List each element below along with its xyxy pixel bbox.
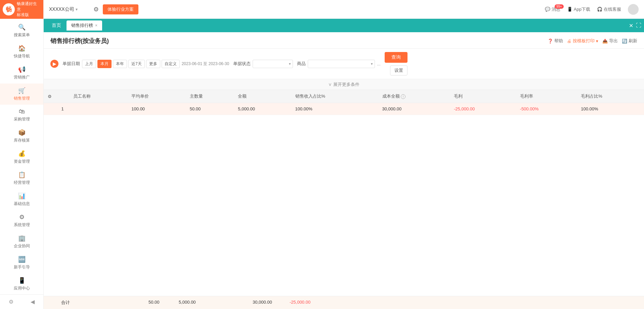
- sidebar-item-appcenter[interactable]: 📱 应用中心: [0, 273, 43, 294]
- sidebar-item-finance[interactable]: 💰 资金管理: [0, 147, 43, 168]
- refresh-button[interactable]: 🔄 刷新: [622, 38, 637, 44]
- sidebar-nav: 🔍 搜索菜单 🏠 快捷导航 📢 营销推广 🛒 销售管理 🛍 采购管理 📦 库存核…: [0, 19, 43, 294]
- trial-button[interactable]: 体验行业方案: [103, 4, 138, 14]
- app-download-button[interactable]: 📱 App下载: [567, 6, 590, 12]
- settings-button[interactable]: 设置: [390, 65, 407, 75]
- export-button[interactable]: 📤 导出: [602, 38, 618, 44]
- tab-sales-ranking[interactable]: 销售排行榜 ×: [67, 20, 102, 31]
- row-name: [69, 103, 127, 115]
- col-avg-price: 平均单价: [127, 90, 185, 103]
- search-icon: 🔍: [18, 23, 26, 31]
- right-action-group: 查询 设置: [385, 52, 407, 75]
- row-gross-rate: -500.00%: [516, 103, 577, 115]
- summary-qty: 50.00: [148, 300, 179, 306]
- online-service-button[interactable]: 🎧 在线客服: [597, 6, 621, 12]
- expand-more-bar: ∨ 展开更多条件: [44, 79, 644, 90]
- summary-label: 合计: [48, 300, 115, 306]
- enterprise-icon: 🏢: [18, 235, 26, 242]
- date-btn-7days[interactable]: 近7天: [128, 60, 145, 68]
- sidebar-item-system[interactable]: ⚙ 系统管理: [0, 210, 43, 231]
- date-btn-this-year[interactable]: 本年: [113, 60, 127, 68]
- message-icon: 💬: [545, 7, 550, 12]
- print-dropdown-icon: ▾: [596, 39, 598, 44]
- page-actions: ❓ 帮助 🖨 按模板打印 ▾ 📤 导出 🔄 刷新: [548, 38, 637, 44]
- expand-more-button[interactable]: ∨ 展开更多条件: [328, 82, 359, 87]
- status-select[interactable]: [253, 60, 293, 68]
- date-btn-custom[interactable]: 自定义: [162, 60, 180, 68]
- print-button[interactable]: 🖨 按模板打印 ▾: [567, 38, 598, 44]
- date-btn-this-month[interactable]: 本月: [97, 60, 112, 68]
- tab-close-icon[interactable]: ×: [95, 23, 97, 28]
- inventory-icon: 📦: [18, 129, 26, 136]
- topbar-right: 💬 消息 99+ 📱 App下载 🎧 在线客服: [545, 4, 639, 15]
- query-button[interactable]: 查询: [385, 52, 407, 63]
- help-button[interactable]: ❓ 帮助: [548, 38, 563, 44]
- col-gross-rate: 毛利率: [516, 90, 577, 103]
- filter-date-group: 单据日期 上月 本月 本年 近7天 更多 自定义 2023-06-01 至 20…: [62, 60, 229, 68]
- main-content: XXXXX公司 ▾ ⚙ 体验行业方案 💬 消息 99+ 📱 App下载 🎧 在线…: [44, 0, 644, 309]
- data-table: ⚙ 员工名称 平均单价 主数量 全额 销售收入占比% 成本全额 i 毛利 毛利率…: [44, 90, 644, 115]
- sidebar-item-marketing[interactable]: 📢 营销推广: [0, 62, 43, 84]
- collapse-icon[interactable]: ◀: [31, 299, 35, 305]
- summary-cost: 30,000.00: [253, 300, 290, 306]
- window-max-icon[interactable]: ⛶: [636, 22, 641, 29]
- company-selector[interactable]: XXXXX公司 ▾: [49, 6, 89, 12]
- date-buttons: 上月 本月 本年 近7天 更多 自定义: [82, 60, 180, 68]
- page-title-row: 销售排行榜(按业务员) ❓ 帮助 🖨 按模板打印 ▾ 📤 导出 🔄 刷新: [50, 37, 637, 45]
- purchase-icon: 🛍: [19, 108, 25, 115]
- col-name: 员工名称: [69, 90, 127, 103]
- filter-bar: ▶ 单据日期 上月 本月 本年 近7天 更多 自定义 2023-06-01 至 …: [44, 49, 644, 79]
- appcenter-icon: 📱: [18, 277, 26, 284]
- date-filter-label: 单据日期: [62, 61, 80, 67]
- table-header-row: ⚙ 员工名称 平均单价 主数量 全额 销售收入占比% 成本全额 i 毛利 毛利率…: [44, 90, 644, 103]
- sidebar-item-enterprise[interactable]: 🏢 企业协同: [0, 231, 43, 252]
- col-gross-pct: 毛利占比%: [577, 90, 644, 103]
- tab-home[interactable]: 首页: [46, 20, 67, 31]
- sidebar: 畅 畅康通好生意 标准版 🔍 搜索菜单 🏠 快捷导航 📢 营销推广 🛒 销售管理…: [0, 0, 44, 309]
- row-rank: 1: [56, 103, 69, 115]
- sidebar-item-operations[interactable]: 📋 经营管理: [0, 168, 43, 189]
- sidebar-item-newguide[interactable]: 🆕 新手引导: [0, 252, 43, 273]
- sidebar-item-basic[interactable]: 📊 基础信息: [0, 189, 43, 210]
- filter-goods-group: 商品 ...: [297, 60, 381, 68]
- sidebar-item-search[interactable]: 🔍 搜索菜单: [0, 20, 43, 41]
- cost-info-icon[interactable]: i: [401, 94, 405, 99]
- sales-icon: 🛒: [18, 87, 26, 94]
- table-row: 1 100.00 50.00 5,000.00 100.00% 30,000.0…: [44, 103, 644, 115]
- goods-select[interactable]: [308, 60, 375, 68]
- settings-icon[interactable]: ⚙: [93, 6, 99, 13]
- sidebar-item-inventory[interactable]: 📦 库存核算: [0, 125, 43, 147]
- row-amount: 5,000.00: [234, 103, 291, 115]
- filter-status-group: 单据状态: [233, 60, 293, 68]
- summary-row: 合计 50.00 5,000.00 30,000.00 -25,000.00: [44, 296, 644, 309]
- company-name: XXXXX公司: [49, 6, 74, 12]
- sidebar-item-shortcut[interactable]: 🏠 快捷导航: [0, 41, 43, 62]
- refresh-icon: 🔄: [622, 39, 627, 44]
- row-cost: 30,000.00: [378, 103, 450, 115]
- sidebar-logo: 畅 畅康通好生意 标准版: [0, 0, 43, 19]
- tab-window-controls: ✕ ⛶: [629, 22, 641, 29]
- row-sales-pct: 100.00%: [291, 103, 378, 115]
- col-cost: 成本全额 i: [378, 90, 450, 103]
- window-close-icon[interactable]: ✕: [629, 22, 633, 29]
- col-settings[interactable]: ⚙: [44, 90, 56, 103]
- print-icon: 🖨: [567, 39, 571, 44]
- sidebar-item-sales[interactable]: 🛒 销售管理: [0, 84, 43, 105]
- company-dropdown-arrow: ▾: [76, 7, 78, 12]
- filter-expand-icon[interactable]: ▶: [50, 60, 58, 68]
- date-btn-more[interactable]: 更多: [146, 60, 160, 68]
- date-btn-last-month[interactable]: 上月: [82, 60, 96, 68]
- sidebar-item-purchase[interactable]: 🛍 采购管理: [0, 105, 43, 125]
- user-avatar[interactable]: [628, 4, 639, 15]
- page-header: 销售排行榜(按业务员) ❓ 帮助 🖨 按模板打印 ▾ 📤 导出 🔄 刷新: [44, 32, 644, 49]
- message-button[interactable]: 💬 消息 99+: [545, 6, 560, 12]
- message-badge: 99+: [555, 4, 564, 9]
- summary-sales-pct: [216, 300, 253, 306]
- summary-amount: 5,000.00: [179, 300, 216, 306]
- col-sales-pct: 销售收入占比%: [291, 90, 378, 103]
- sidebar-footer: ⚙ ◀: [0, 294, 43, 309]
- filter-more-btn[interactable]: ...: [377, 61, 381, 66]
- app-icon: 📱: [567, 7, 572, 12]
- settings-footer-icon[interactable]: ⚙: [9, 299, 13, 305]
- row-avg-price: 100.00: [127, 103, 185, 115]
